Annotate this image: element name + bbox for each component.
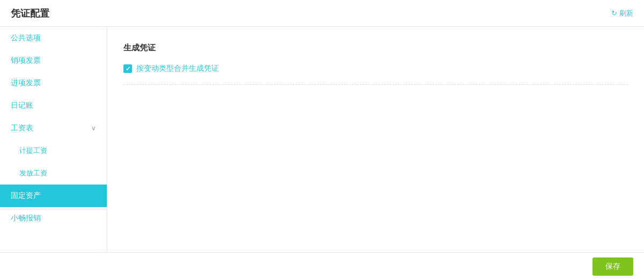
refresh-label: 刷新 — [619, 9, 633, 18]
sidebar-item-label: 销项发票 — [11, 56, 41, 65]
sidebar-item-purchase-invoice[interactable]: 进项发票 — [0, 72, 107, 94]
sidebar-item-label: 小畅报销 — [11, 213, 41, 223]
sidebar-item-label: 工资表 — [11, 123, 33, 133]
refresh-icon: ↻ — [611, 9, 617, 17]
header: 凭证配置 ↻ 刷新 — [0, 0, 644, 27]
sidebar-item-label: 公共选项 — [11, 33, 41, 43]
sidebar-item-journal[interactable]: 日记账 — [0, 94, 107, 117]
sidebar-item-payroll-table[interactable]: 工资表∨ — [0, 117, 107, 139]
merge-checkbox-label: 按变动类型合并生成凭证 — [136, 64, 219, 73]
sidebar-item-label: 发放工资 — [19, 168, 47, 178]
checkbox-row[interactable]: 按变动类型合并生成凭证 — [123, 64, 628, 73]
section-divider — [123, 84, 628, 85]
section-title: 生成凭证 — [123, 43, 628, 53]
refresh-button[interactable]: ↻ 刷新 — [611, 9, 633, 18]
sidebar-item-expense-report[interactable]: 小畅报销 — [0, 207, 107, 230]
chevron-down-icon: ∨ — [91, 124, 96, 132]
content-area: 公共选项销项发票进项发票日记账工资表∨计提工资发放工资固定资产小畅报销 生成凭证… — [0, 27, 644, 252]
sidebar-item-label: 固定资产 — [11, 191, 41, 201]
sidebar-item-label: 计提工资 — [19, 146, 47, 156]
sidebar: 公共选项销项发票进项发票日记账工资表∨计提工资发放工资固定资产小畅报销 — [0, 27, 107, 252]
footer: 保存 — [0, 252, 644, 280]
sidebar-item-payroll-calc[interactable]: 计提工资 — [0, 139, 107, 162]
save-button[interactable]: 保存 — [592, 257, 633, 276]
sidebar-item-label: 进项发票 — [11, 78, 41, 88]
page-wrapper: 凭证配置 ↻ 刷新 公共选项销项发票进项发票日记账工资表∨计提工资发放工资固定资… — [0, 0, 644, 280]
sidebar-item-public-options[interactable]: 公共选项 — [0, 27, 107, 49]
sidebar-item-label: 日记账 — [11, 101, 33, 110]
sidebar-item-fixed-assets[interactable]: 固定资产 — [0, 185, 107, 207]
page-title: 凭证配置 — [11, 7, 49, 20]
merge-checkbox[interactable] — [123, 64, 132, 73]
sidebar-item-payroll-pay[interactable]: 发放工资 — [0, 162, 107, 185]
main-content: 生成凭证 按变动类型合并生成凭证 — [107, 27, 644, 252]
sidebar-item-sales-invoice[interactable]: 销项发票 — [0, 49, 107, 72]
